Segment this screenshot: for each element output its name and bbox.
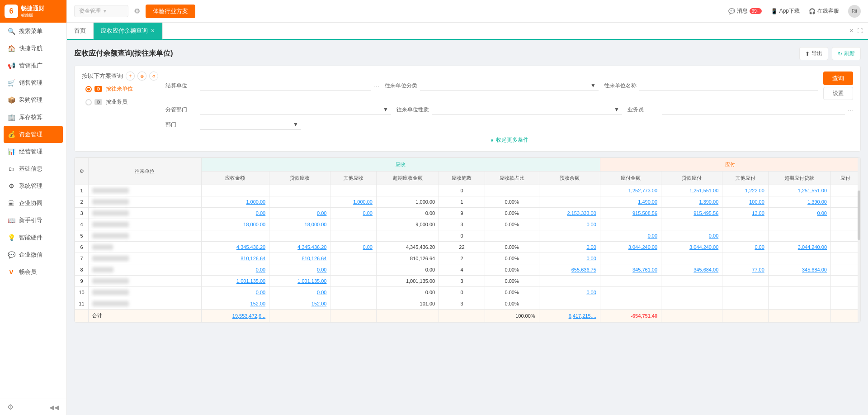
sidebar-item-marketing[interactable]: 📢 营销推广 — [0, 57, 66, 74]
trading-unit-category-select[interactable]: ▼ — [420, 81, 599, 91]
tabs-bar: 首页 应收应付余额查询 ✕ ✕ ⛶ — [67, 23, 868, 40]
basic-info-icon: 🗂 — [7, 165, 15, 172]
message-button[interactable]: 💬 消息 99+ — [728, 7, 762, 15]
user-avatar-button[interactable]: Rit — [848, 5, 861, 18]
logo: 6 畅捷通财 标准版 — [0, 0, 66, 23]
breadcrumb[interactable]: 资金管理 ▼ — [74, 5, 128, 17]
col-ar-loan: 贷款应收 — [269, 172, 330, 185]
setting-button[interactable]: 设置 — [823, 87, 853, 100]
scheme-option-by-unit[interactable]: ⚙ 按往来单位 — [82, 83, 158, 95]
footer-ap-overdue — [768, 310, 830, 322]
sidebar-collapse-icon[interactable]: ◀◀ — [49, 404, 59, 411]
footer-ar-loan — [269, 310, 330, 322]
department-select[interactable]: ▼ — [200, 119, 301, 130]
target-scheme-btn[interactable]: ⊕ — [137, 72, 146, 81]
online-service-button[interactable]: 🎧 在线客服 — [809, 7, 839, 15]
scheme-label: 按以下方案查询 + ⊕ « — [82, 72, 158, 81]
col-group-ap: 应付 — [600, 158, 860, 172]
filter-panel: 按以下方案查询 + ⊕ « ⚙ 按往来单位 ⚙ — [74, 66, 861, 152]
trading-unit-nature-select[interactable]: ▼ — [432, 105, 622, 115]
salesman-input[interactable] — [662, 105, 845, 115]
sidebar-item-quick-nav[interactable]: 🏠 快捷导航 — [0, 40, 66, 57]
sidebar-item-sales[interactable]: 🛒 销售管理 — [0, 74, 66, 91]
trading-unit-name-input[interactable] — [639, 81, 818, 91]
footer-ap-col — [831, 310, 860, 322]
table-row: 1 01,252,773.001,251,551.001,222.001,251… — [75, 185, 860, 196]
table-row: 3 0.000.000.000.0090.00%2,153,333.00915,… — [75, 208, 860, 219]
filter-trading-unit-nature: 往来单位性质 ▼ — [396, 105, 622, 115]
sidebar-item-search[interactable]: 🔍 搜索菜单 — [0, 23, 66, 40]
footer-ap-loan — [661, 310, 722, 322]
sales-icon: 🛒 — [7, 79, 15, 86]
col-ar-ratio: 应收款占比 — [485, 172, 539, 185]
export-button[interactable]: ⬆ 导出 — [799, 47, 828, 60]
table-settings-col[interactable]: ⚙ — [75, 158, 89, 185]
message-icon: 💬 — [728, 8, 735, 14]
scrollbar-thumb[interactable] — [858, 191, 860, 240]
search-icon: 🔍 — [7, 28, 15, 35]
logo-text: 畅捷通财 标准版 — [21, 5, 44, 19]
promo-button[interactable]: 体验行业方案 — [146, 5, 195, 18]
sidebar-item-guide[interactable]: 📖 新手引导 — [0, 212, 66, 229]
sidebar-item-purchase[interactable]: 📦 采购管理 — [0, 91, 66, 109]
sidebar-item-enterprise[interactable]: 🏛 企业协同 — [0, 195, 66, 212]
refresh-button[interactable]: ↻ 刷新 — [832, 47, 861, 60]
chevron-down-icon: ▼ — [103, 9, 107, 14]
topbar-settings-icon[interactable]: ⚙ — [134, 7, 140, 15]
page-content: 应收应付余额查询(按往来单位) ⬆ 导出 ↻ 刷新 按以下方案查询 — [67, 40, 868, 415]
inventory-icon: 🏢 — [7, 114, 15, 121]
settlement-unit-dots[interactable]: ··· — [374, 82, 379, 90]
footer-label: 合计 — [89, 310, 202, 322]
tab-ar-ap[interactable]: 应收应付余额查询 ✕ — [94, 23, 163, 39]
sidebar-item-inventory[interactable]: 🏢 库存核算 — [0, 109, 66, 126]
salesman-dots[interactable]: ··· — [848, 106, 853, 114]
footer-settings — [75, 310, 89, 322]
tab-close-icon[interactable]: ✕ — [151, 28, 155, 34]
filter-row-3: 部门 ▼ — [165, 119, 301, 130]
close-window-icon[interactable]: ✕ — [849, 28, 854, 34]
query-button[interactable]: 查询 — [823, 72, 853, 85]
sidebar-settings-icon[interactable]: ⚙ — [7, 403, 14, 411]
app-download-button[interactable]: 📱 App下载 — [771, 7, 800, 15]
system-icon: ⚙ — [7, 182, 15, 190]
col-header-trading-unit: 往来单位 — [89, 158, 202, 185]
filter-trading-unit-category: 往来单位分类 ▼ — [385, 81, 599, 91]
tab-home[interactable]: 首页 — [67, 23, 94, 39]
chevron-down-icon: ▼ — [383, 106, 388, 113]
breadcrumb-text: 资金管理 — [79, 7, 101, 15]
home-icon: 🏠 — [7, 45, 15, 52]
guide-icon: 📖 — [7, 217, 15, 224]
sidebar-item-system[interactable]: ⚙ 系统管理 — [0, 177, 66, 195]
sidebar-item-basic-info[interactable]: 🗂 基础信息 — [0, 160, 66, 177]
managing-dept-select[interactable]: ▼ — [200, 105, 391, 115]
maximize-icon[interactable]: ⛶ — [857, 28, 863, 34]
back-scheme-btn[interactable]: « — [149, 72, 158, 81]
topbar-right: 💬 消息 99+ 📱 App下载 🎧 在线客服 Rit — [728, 5, 861, 18]
sidebar-item-finance[interactable]: 💰 资金管理 — [4, 126, 63, 143]
sidebar-item-wechat[interactable]: 💬 企业微信 — [0, 246, 66, 263]
footer-ar-count — [439, 310, 485, 322]
col-ar-prepay: 预收余额 — [539, 172, 600, 185]
export-icon: ⬆ — [805, 51, 810, 57]
table-row: 5 00.000.00 — [75, 230, 860, 242]
scheme-option-by-salesman[interactable]: ⚙ 按业务员 — [82, 96, 158, 108]
marketing-icon: 📢 — [7, 62, 15, 69]
scrollbar-track[interactable] — [858, 157, 860, 322]
footer-ar-amount[interactable]: 19,553,472,6... — [201, 310, 269, 322]
col-ap-overdue: 超期应付贷款 — [768, 172, 830, 185]
table-row: 7 810,126.64810,126.64810,126.6420.00%0.… — [75, 253, 860, 264]
finance-icon: 💰 — [7, 131, 15, 138]
filter-settlement-unit: 结算单位 ··· — [165, 81, 379, 91]
col-ap-amount: 应付金额 — [600, 172, 661, 185]
message-badge: 99+ — [750, 8, 762, 14]
footer-ar-prepay[interactable]: 6,417,215.... — [539, 310, 600, 322]
settlement-unit-input[interactable] — [200, 81, 371, 91]
sidebar-item-operations[interactable]: 📊 经营管理 — [0, 143, 66, 160]
table-row: 10 0.000.000.0000.00%0.00 — [75, 287, 860, 298]
sidebar-item-member[interactable]: V 畅会员 — [0, 263, 66, 281]
sidebar-item-smart-hw[interactable]: 💡 智能硬件 — [0, 229, 66, 246]
collapse-more-button[interactable]: ∧ 收起更多条件 — [165, 134, 853, 146]
add-scheme-btn[interactable]: + — [126, 72, 135, 81]
chevron-down-icon: ▼ — [614, 106, 619, 113]
col-ar-other: 其他应收 — [330, 172, 377, 185]
